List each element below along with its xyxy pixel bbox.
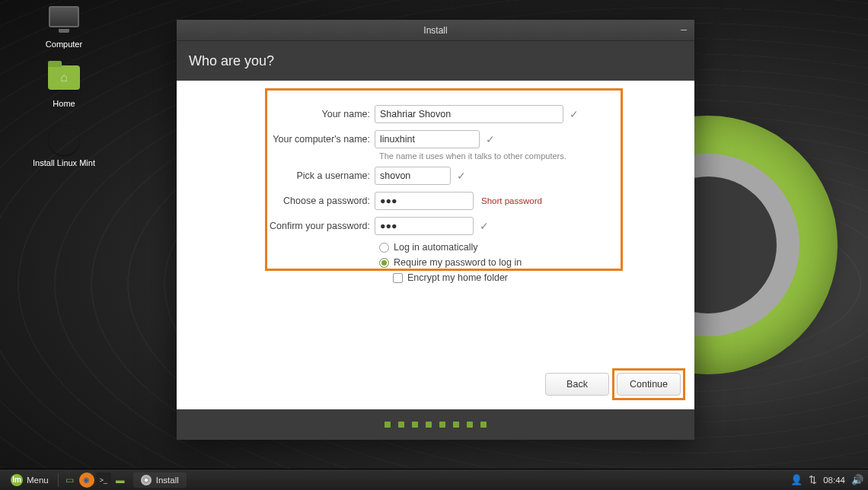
checkbox-label: Encrypt my home folder bbox=[407, 272, 508, 283]
progress-dot-icon bbox=[426, 422, 432, 428]
desktop-icon-label: Computer bbox=[18, 40, 110, 49]
footer-buttons: Back Continue bbox=[545, 373, 681, 396]
check-icon: ✓ bbox=[457, 170, 466, 182]
confirm-password-input[interactable] bbox=[375, 217, 474, 235]
computer-name-hint: The name it uses when it talks to other … bbox=[379, 151, 649, 161]
taskbar: lm Menu ▭ ◉ >_ ▬ Install 👤 ⇅ 08:44 🔊 bbox=[0, 469, 868, 490]
window-minimize-button[interactable]: – bbox=[681, 23, 687, 35]
desktop-icon-install[interactable]: Install Linux Mint bbox=[18, 125, 110, 167]
label-computer-name: Your computer's name: bbox=[222, 134, 375, 145]
label-confirm-password: Confirm your password: bbox=[222, 221, 375, 231]
label-your-name: Your name: bbox=[222, 109, 375, 119]
check-icon: ✓ bbox=[480, 220, 489, 232]
radio-icon bbox=[379, 243, 389, 253]
your-name-input[interactable] bbox=[375, 105, 563, 123]
progress-dot-icon bbox=[385, 422, 391, 428]
progress-dot-icon bbox=[439, 422, 445, 428]
desktop-icons: Computer Home Install Linux Mint bbox=[18, 6, 110, 184]
network-icon[interactable]: ⇅ bbox=[809, 474, 817, 485]
firefox-icon[interactable]: ◉ bbox=[79, 473, 94, 488]
progress-dot-icon bbox=[480, 422, 487, 428]
system-tray: 👤 ⇅ 08:44 🔊 bbox=[790, 474, 863, 485]
terminal-icon[interactable]: >_ bbox=[96, 473, 111, 488]
show-desktop-icon[interactable]: ▭ bbox=[62, 473, 78, 488]
installer-heading: Who are you? bbox=[177, 41, 694, 81]
label-username: Pick a username: bbox=[222, 170, 375, 181]
radio-icon-selected bbox=[379, 258, 389, 268]
username-input[interactable] bbox=[375, 167, 451, 185]
taskbar-task-install[interactable]: Install bbox=[133, 473, 187, 488]
mint-logo-icon: lm bbox=[11, 474, 23, 486]
radio-label: Log in automatically bbox=[394, 242, 477, 253]
window-titlebar[interactable]: Install – bbox=[177, 20, 694, 41]
password-warning: Short password bbox=[481, 196, 542, 205]
installer-window: Install – Who are you? Your name: ✓ Your… bbox=[177, 20, 694, 440]
radio-label: Require my password to log in bbox=[394, 257, 522, 268]
back-button[interactable]: Back bbox=[545, 373, 609, 396]
progress-dot-icon bbox=[412, 422, 418, 428]
computer-name-input[interactable] bbox=[375, 130, 480, 148]
desktop-icon-label: Home bbox=[18, 99, 110, 108]
menu-label: Menu bbox=[27, 476, 49, 485]
task-label: Install bbox=[156, 476, 179, 485]
volume-icon[interactable]: 🔊 bbox=[851, 474, 863, 485]
desktop-icon-computer[interactable]: Computer bbox=[18, 6, 110, 49]
checkbox-icon bbox=[393, 273, 403, 283]
progress-dot-icon bbox=[467, 422, 473, 428]
checkbox-encrypt-home[interactable]: Encrypt my home folder bbox=[393, 272, 649, 283]
user-form: Your name: ✓ Your computer's name: ✓ The… bbox=[222, 105, 649, 283]
monitor-icon bbox=[49, 6, 79, 27]
radio-auto-login[interactable]: Log in automatically bbox=[379, 242, 649, 253]
continue-button[interactable]: Continue bbox=[617, 373, 681, 396]
label-password: Choose a password: bbox=[222, 196, 375, 206]
installer-content: Your name: ✓ Your computer's name: ✓ The… bbox=[177, 81, 694, 409]
radio-require-password[interactable]: Require my password to log in bbox=[379, 257, 649, 268]
progress-dot-icon bbox=[398, 422, 404, 428]
clock[interactable]: 08:44 bbox=[823, 476, 845, 485]
menu-button[interactable]: lm Menu bbox=[5, 472, 55, 488]
check-icon: ✓ bbox=[570, 108, 579, 120]
heading-text: Who are you? bbox=[189, 53, 274, 69]
desktop-icon-label: Install Linux Mint bbox=[18, 158, 110, 167]
user-icon[interactable]: 👤 bbox=[790, 474, 803, 485]
installer-task-icon bbox=[141, 475, 152, 485]
installer-progress-dots bbox=[177, 409, 694, 440]
progress-dot-icon bbox=[453, 422, 459, 428]
password-input[interactable] bbox=[375, 192, 474, 210]
check-icon: ✓ bbox=[486, 133, 495, 145]
folder-home-icon bbox=[48, 65, 80, 90]
files-icon[interactable]: ▬ bbox=[113, 473, 128, 488]
window-title: Install bbox=[423, 25, 447, 36]
cd-icon bbox=[49, 125, 79, 155]
desktop-icon-home[interactable]: Home bbox=[18, 65, 110, 108]
taskbar-separator bbox=[58, 473, 59, 487]
